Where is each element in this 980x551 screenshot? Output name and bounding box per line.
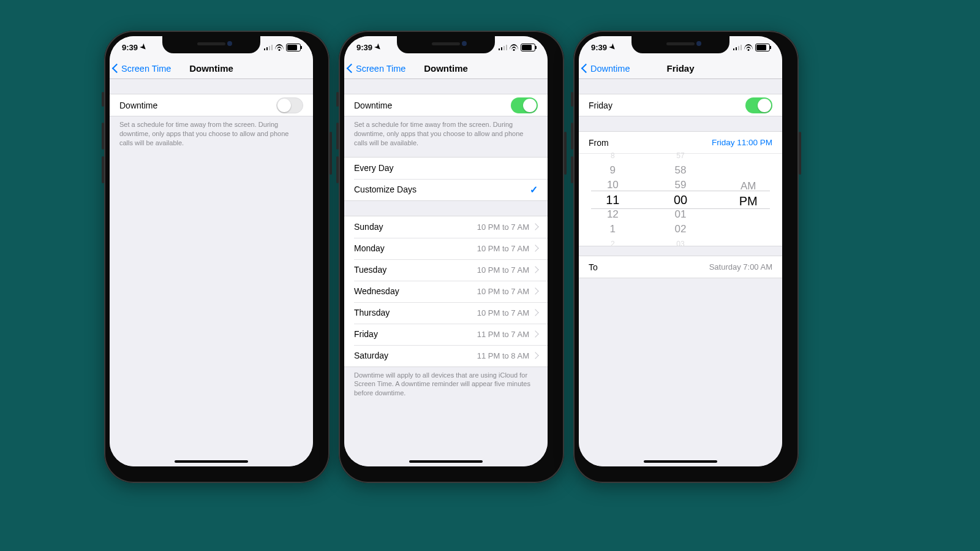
toggle-switch[interactable] — [276, 97, 303, 113]
nav-bar: Downtime Friday — [579, 58, 782, 79]
day-name: Wednesday — [354, 286, 399, 296]
device-notch — [631, 36, 729, 53]
day-name: Sunday — [354, 222, 383, 232]
day-range: 10 PM to 7 AM — [477, 287, 538, 296]
picker-value: 11 — [606, 192, 619, 207]
downtime-toggle-row[interactable]: Downtime — [344, 94, 548, 116]
picker-value: 1 — [610, 222, 616, 237]
day-range: 11 PM to 8 AM — [477, 351, 538, 360]
nav-bar: Screen Time Downtime — [110, 58, 313, 79]
chevron-right-icon — [532, 266, 538, 273]
mode-every-day[interactable]: Every Day — [344, 157, 548, 179]
picker-value: 12 — [607, 207, 619, 222]
chevron-right-icon — [532, 309, 538, 316]
day-row-friday[interactable]: Friday11 PM to 7 AM — [344, 324, 548, 345]
day-row-thursday[interactable]: Thursday10 PM to 7 AM — [344, 302, 548, 324]
day-row-saturday[interactable]: Saturday11 PM to 8 AM — [344, 345, 548, 367]
picker-value: 2 — [611, 237, 615, 251]
chevron-right-icon — [532, 287, 538, 294]
wifi-icon — [744, 44, 753, 50]
device-notch — [397, 36, 495, 53]
day-range: 11 PM to 7 AM — [477, 330, 538, 339]
location-icon: ➤ — [138, 42, 148, 52]
picker-value: AM — [741, 179, 756, 194]
status-time: 9:39 — [122, 43, 138, 52]
back-label: Downtime — [590, 64, 630, 74]
downtime-description: Set a schedule for time away from the sc… — [344, 116, 548, 148]
row-label: Friday — [589, 101, 612, 110]
status-time: 9:39 — [591, 43, 607, 52]
checkmark-icon: ✓ — [530, 184, 538, 196]
chevron-right-icon — [532, 352, 538, 359]
picker-value: 03 — [676, 237, 684, 251]
row-label: Every Day — [354, 163, 394, 173]
row-label: Customize Days — [354, 184, 417, 194]
day-range: 10 PM to 7 AM — [477, 308, 538, 317]
downtime-toggle-row[interactable]: Downtime — [110, 94, 313, 116]
back-button[interactable]: Downtime — [582, 58, 630, 78]
back-label: Screen Time — [356, 64, 405, 74]
back-label: Screen Time — [121, 64, 171, 74]
battery-icon — [755, 44, 770, 51]
chevron-right-icon — [532, 223, 538, 230]
picker-value: PM — [739, 194, 758, 208]
back-button[interactable]: Screen Time — [113, 58, 171, 78]
day-range: 10 PM to 7 AM — [477, 244, 538, 253]
row-label: Downtime — [119, 101, 157, 110]
day-row-wednesday[interactable]: Wednesday10 PM to 7 AM — [344, 281, 548, 302]
back-button[interactable]: Screen Time — [348, 58, 405, 78]
chevron-right-icon — [532, 245, 538, 251]
cellular-icon — [264, 44, 273, 50]
nav-title: Downtime — [424, 63, 468, 74]
day-name: Monday — [354, 243, 385, 253]
day-toggle-row[interactable]: Friday — [579, 94, 782, 116]
picker-value: 10 — [607, 178, 619, 192]
phone-mockup-1: 9:39 ➤ Screen Time Downtime Downtime Set — [104, 31, 330, 483]
location-icon: ➤ — [373, 42, 383, 52]
home-indicator[interactable] — [644, 460, 717, 463]
picker-value: 9 — [610, 163, 616, 178]
from-value: Friday 11:00 PM — [712, 138, 772, 147]
day-range: 10 PM to 7 AM — [477, 265, 538, 275]
nav-bar: Screen Time Downtime — [344, 58, 548, 79]
time-picker[interactable]: 8910111212 57585900010203 AMPM — [579, 153, 782, 246]
phone-mockup-3: 9:39 ➤ Downtime Friday Friday — [573, 31, 799, 483]
row-label: Downtime — [354, 101, 392, 110]
day-name: Thursday — [354, 308, 390, 317]
battery-icon — [521, 44, 535, 51]
picker-value: 00 — [674, 192, 687, 207]
picker-value: 57 — [676, 148, 684, 163]
mode-customize-days[interactable]: Customize Days ✓ — [344, 179, 548, 201]
nav-title: Friday — [666, 63, 694, 74]
cellular-icon — [733, 44, 742, 50]
row-label: From — [589, 138, 609, 148]
phone-mockup-2: 9:39 ➤ Screen Time Downtime Downtime Set — [339, 31, 564, 483]
day-row-monday[interactable]: Monday10 PM to 7 AM — [344, 238, 548, 259]
battery-icon — [286, 44, 301, 51]
day-range: 10 PM to 7 AM — [477, 222, 538, 232]
toggle-switch[interactable] — [745, 97, 772, 113]
chevron-left-icon — [581, 64, 591, 74]
nav-title: Downtime — [189, 63, 233, 74]
to-row[interactable]: To Saturday 7:00 AM — [579, 256, 782, 278]
picker-value: 8 — [611, 148, 615, 163]
downtime-description: Set a schedule for time away from the sc… — [110, 116, 313, 148]
home-indicator[interactable] — [409, 460, 483, 463]
toggle-switch[interactable] — [511, 97, 538, 113]
downtime-footer: Downtime will apply to all devices that … — [344, 367, 548, 398]
picker-ampm-column[interactable]: AMPM — [714, 154, 782, 246]
chevron-left-icon — [112, 64, 122, 74]
home-indicator[interactable] — [175, 460, 248, 463]
picker-value: 02 — [675, 222, 687, 237]
picker-hour-column[interactable]: 8910111212 — [579, 154, 647, 246]
wifi-icon — [510, 44, 518, 50]
day-row-tuesday[interactable]: Tuesday10 PM to 7 AM — [344, 259, 548, 281]
to-value: Saturday 7:00 AM — [709, 262, 772, 272]
cellular-icon — [499, 44, 508, 50]
picker-value: 01 — [675, 207, 687, 222]
status-time: 9:39 — [356, 43, 372, 52]
day-row-sunday[interactable]: Sunday10 PM to 7 AM — [344, 216, 548, 238]
picker-minute-column[interactable]: 57585900010203 — [647, 154, 715, 246]
wifi-icon — [275, 44, 284, 50]
row-label: To — [589, 262, 598, 272]
